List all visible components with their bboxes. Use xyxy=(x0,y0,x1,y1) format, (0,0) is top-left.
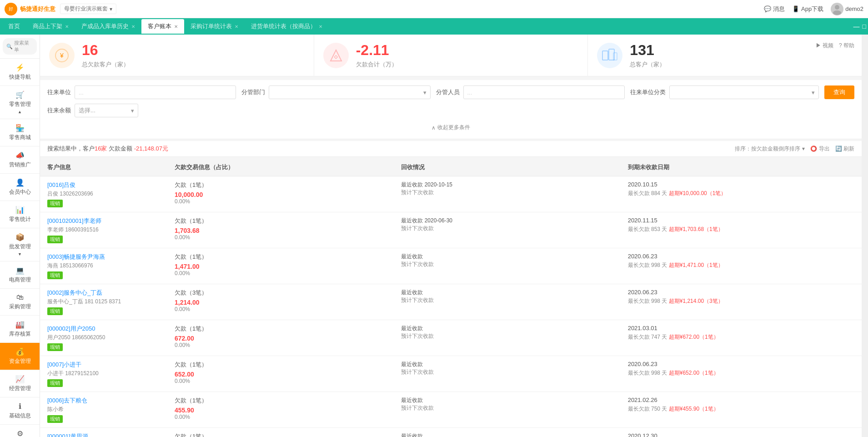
sidebar-item-ecommerce[interactable]: 💻 电商管理 xyxy=(0,261,40,289)
customer-name-0[interactable]: [0016]吕俊 xyxy=(47,181,175,189)
debt-amount-4[interactable]: 672.00 xyxy=(175,335,401,342)
maximize-icon[interactable]: □ xyxy=(863,23,866,30)
video-btn[interactable]: ▶ 视频 xyxy=(816,42,833,50)
col-header-recovery: 回收情况 xyxy=(401,163,627,171)
debt-amount-1[interactable]: 1,703.68 xyxy=(175,227,401,234)
debt-amount-6[interactable]: 455.90 xyxy=(175,407,401,414)
marketing-icon: 📣 xyxy=(15,151,25,160)
customer-name-5[interactable]: [0007]小进干 xyxy=(47,361,175,369)
basic-info-icon: ℹ xyxy=(19,402,21,411)
export-icon: ⭕ xyxy=(810,146,817,152)
recovery-info-3: 最近收款 预计下次收款 xyxy=(401,289,627,304)
window-controls: — □ xyxy=(853,23,866,30)
sidebar-item-retail-stats[interactable]: 📊 零售统计 xyxy=(0,201,40,228)
overdue-amount-0[interactable]: 超期¥10,000.00（1笔） xyxy=(669,190,727,196)
tab-customer-ledger[interactable]: 客户账本 ✕ xyxy=(141,19,184,34)
sidebar-item-system[interactable]: ⚙ 系统管理 xyxy=(0,425,40,437)
ecommerce-icon: 💻 xyxy=(15,266,25,275)
category-select[interactable]: ▾ xyxy=(669,85,819,99)
customer-name-4[interactable]: [000002]用户2050 xyxy=(47,325,175,333)
export-btn[interactable]: ⭕ 导出 xyxy=(810,145,829,153)
sidebar-item-inventory[interactable]: 🏭 库存核算 xyxy=(0,316,40,343)
tab-home[interactable]: 首页 xyxy=(2,19,26,34)
last-receipt-7: 最近收款 xyxy=(401,432,627,437)
debt-percent-4: 0.00% xyxy=(175,342,401,348)
overdue-amount-1[interactable]: 超期¥1,703.68（1笔） xyxy=(669,226,723,232)
customer-name-2[interactable]: [0003]畅捷服务尹海蒸 xyxy=(47,253,175,261)
logo-area: 好 畅捷通好生意 xyxy=(5,3,55,15)
customer-name-7[interactable]: [000001]黄思源 xyxy=(47,432,175,437)
tab-purchase-stats[interactable]: 采购订单统计表 ✕ xyxy=(184,19,245,34)
debt-count-7: 欠款（1笔） xyxy=(175,432,401,437)
debt-total-number: -2.11 xyxy=(356,42,397,59)
stat-card-total-customers: 131 总客户（家） ▶ 视频 ? 帮助 xyxy=(588,35,862,76)
debt-percent-2: 0.00% xyxy=(175,270,401,276)
operations-icon: 📈 xyxy=(15,375,25,383)
sidebar-item-basic-info[interactable]: ℹ 基础信息 xyxy=(0,397,40,425)
debt-amount-2[interactable]: 1,471.00 xyxy=(175,263,401,270)
debt-amount-3[interactable]: 1,214.00 xyxy=(175,299,401,306)
balance-select[interactable]: 选择... ▾ xyxy=(75,104,138,117)
help-btn[interactable]: ? 帮助 xyxy=(839,42,854,50)
person-input[interactable]: ... xyxy=(463,85,625,99)
close-icon[interactable]: ✕ xyxy=(131,24,135,29)
col-header-debt: 欠款交易信息（占比） xyxy=(175,163,401,171)
customer-name-3[interactable]: [0002]服务中心_丁磊 xyxy=(47,289,175,297)
incoming-unit-input[interactable]: ... xyxy=(75,85,236,99)
overdue-days-0: 最长欠款 884 天 超期¥10,000.00（1笔） xyxy=(628,190,854,197)
overdue-amount-4[interactable]: 超期¥672.00（1笔） xyxy=(669,334,719,340)
close-icon[interactable]: ✕ xyxy=(235,24,238,29)
tab-products-onoff[interactable]: 商品上下架 ✕ xyxy=(26,19,75,34)
refresh-btn[interactable]: 🔄 刷新 xyxy=(835,145,854,153)
sidebar-item-operations[interactable]: 📈 经营管理 xyxy=(0,370,40,397)
sidebar-item-purchase[interactable]: 🛍 采购管理 xyxy=(0,289,40,316)
search-menu-box[interactable]: 🔍 搜索菜单 xyxy=(3,38,37,55)
minimize-icon[interactable]: — xyxy=(853,23,860,30)
sort-arrow-icon: ▾ xyxy=(802,146,805,152)
sidebar-item-batch-mgmt[interactable]: 📦 批发管理 ▼ xyxy=(0,228,40,261)
debt-amount-5[interactable]: 652.00 xyxy=(175,371,401,378)
next-receipt-4: 预计下次收款 xyxy=(401,332,627,340)
message-btn[interactable]: 💬 消息 xyxy=(764,5,785,13)
customer-name-1[interactable]: [0001020001]李老师 xyxy=(47,217,175,225)
due-date-info-4: 2021.03.01 最长欠款 747 天 超期¥672.00（1笔） xyxy=(628,325,854,341)
close-icon[interactable]: ✕ xyxy=(174,24,178,29)
video-icon: ▶ xyxy=(816,42,821,49)
overdue-amount-2[interactable]: 超期¥1,471.00（1笔） xyxy=(669,262,723,268)
app-download-btn[interactable]: 📱 App下载 xyxy=(792,5,823,13)
dept-select[interactable]: ▾ xyxy=(269,85,430,99)
filter-label-2: 分管部门 xyxy=(241,88,265,96)
right-scrollbar[interactable] xyxy=(862,35,868,437)
search-button[interactable]: 查询 xyxy=(824,85,854,99)
last-receipt-6: 最近收款 xyxy=(401,397,627,404)
company-selector[interactable]: 母婴行业演示账套 ▾ xyxy=(60,4,116,14)
filter-person: 分管人员 ... xyxy=(436,85,625,99)
last-receipt-3: 最近收款 xyxy=(401,289,627,296)
overdue-amount-3[interactable]: 超期¥1,214.00（3笔） xyxy=(669,298,723,304)
filter-label-5: 往来余额 xyxy=(47,106,71,115)
brand-name: 畅捷通好生意 xyxy=(20,5,55,13)
sidebar-item-marketing[interactable]: 📣 营销推广 xyxy=(0,146,40,174)
col-header-duedate: 到期未收款日期 xyxy=(628,163,854,171)
overdue-amount-6[interactable]: 超期¥455.90（1笔） xyxy=(669,406,719,412)
sort-dropdown[interactable]: 排序：按欠款金额倒序排序 ▾ xyxy=(735,145,805,153)
table-row: [000002]用户2050 用户2050 18665062050 现销 欠款（… xyxy=(40,320,862,356)
customer-name-6[interactable]: [0006]去下粮仓 xyxy=(47,397,175,405)
search-icon: 🔍 xyxy=(6,44,13,50)
overdue-amount-5[interactable]: 超期¥652.00（1笔） xyxy=(669,370,719,376)
retail-mgmt-icon: 🛒 xyxy=(15,90,25,99)
sidebar-item-capital[interactable]: 💰 资金管理 xyxy=(0,343,40,370)
sidebar-item-retail-mall[interactable]: 🏪 零售商城 xyxy=(0,119,40,146)
close-icon[interactable]: ✕ xyxy=(319,24,322,29)
debt-total-icon: ◇ xyxy=(323,43,349,68)
sidebar-item-member[interactable]: 👤 会员中心 xyxy=(0,174,40,201)
tab-products-history[interactable]: 产成品入库单历史 ✕ xyxy=(75,19,141,34)
user-menu[interactable]: demo2 xyxy=(831,3,863,15)
debt-amount-0[interactable]: 10,000.00 xyxy=(175,191,401,198)
sidebar-item-retail-mgmt[interactable]: 🛒 零售管理 ▲ xyxy=(0,86,40,119)
debt-info-4: 欠款（1笔） 672.00 0.00% xyxy=(175,325,401,348)
sidebar-item-quick-nav[interactable]: ⚡ 快捷导航 xyxy=(0,59,40,86)
close-icon[interactable]: ✕ xyxy=(65,24,69,29)
tab-goods-stats[interactable]: 进货单统计表（按商品） ✕ xyxy=(245,19,329,34)
collapse-filter-btn[interactable]: ∧ 收起更多条件 xyxy=(47,122,854,133)
